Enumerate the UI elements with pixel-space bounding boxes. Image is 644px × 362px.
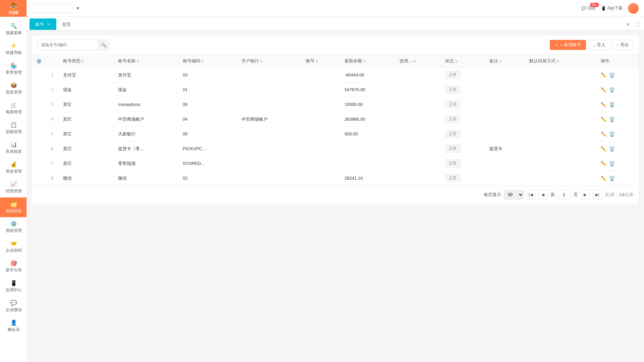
- header-dropdown[interactable]: ▼: [76, 6, 80, 11]
- message-badge: 99+: [590, 3, 599, 7]
- col-header-status[interactable]: 状态⇅: [441, 55, 485, 68]
- sidebar-item-new-guide[interactable]: 🎯新手引导: [0, 257, 26, 277]
- sidebar-item-purchase[interactable]: 📋采购管理: [0, 118, 26, 138]
- message-button[interactable]: 💬 消息 99+: [581, 5, 596, 11]
- cell-status: 正常: [441, 112, 485, 127]
- delete-icon[interactable]: 🗑️: [609, 176, 615, 181]
- app-download-button[interactable]: 📱 App下载: [601, 5, 623, 11]
- action-icons: ✏️ 🗑️: [601, 87, 635, 93]
- col-header-account[interactable]: 账号⇅: [302, 55, 340, 68]
- edit-icon[interactable]: ✏️: [601, 117, 606, 122]
- basic-info-icon: 🗂️: [10, 201, 17, 207]
- enterprise-wechat-icon: 💬: [10, 300, 17, 306]
- cell-balance: 500.00: [340, 127, 395, 141]
- sidebar-item-enterprise-wechat[interactable]: 💬企业微信: [0, 296, 26, 316]
- sidebar-item-system[interactable]: ⚙️系统管理: [0, 217, 26, 237]
- col-header-code[interactable]: 账号编码⇅: [179, 55, 237, 68]
- edit-icon[interactable]: ✏️: [601, 176, 606, 181]
- col-header-type[interactable]: 账号类型⇅: [59, 55, 114, 68]
- cell-account: [302, 141, 340, 156]
- delete-icon[interactable]: 🗑️: [609, 131, 615, 137]
- sidebar-label-ecommerce: 电商管理: [6, 109, 22, 115]
- sidebar-label-enterprise-agreement: 企业协同: [6, 248, 22, 253]
- cell-balance: 28241.10: [340, 171, 395, 186]
- col-header-bank[interactable]: 开户银行⇅: [237, 55, 302, 68]
- header-search-input[interactable]: [32, 4, 72, 13]
- delete-icon[interactable]: 🗑️: [609, 161, 615, 166]
- tab-account[interactable]: 账号✕: [30, 18, 56, 30]
- cell-code: 01: [179, 82, 237, 97]
- maximize-tab-button[interactable]: ⛶: [633, 20, 641, 28]
- settings-icon[interactable]: ⚙️: [36, 59, 42, 64]
- status-badge: 正常: [445, 101, 461, 108]
- pagination-bar: 每页显示 2050100 |◀ ◀ 第 页 ▶ ▶| 共1页，8条记录: [32, 186, 639, 203]
- edit-icon[interactable]: ✏️: [601, 102, 606, 107]
- sidebar-label-search: 搜索菜单: [6, 30, 22, 36]
- add-account-button[interactable]: ＋ + 新增账号: [550, 40, 586, 50]
- sidebar-item-quick-nav[interactable]: ⚡快捷导航: [0, 39, 26, 59]
- sidebar-label-retail: 零售管理: [6, 70, 22, 75]
- page-input[interactable]: [557, 190, 571, 199]
- cell-status: 正常: [441, 82, 485, 97]
- tab-home[interactable]: 首页: [56, 18, 76, 30]
- cell-type: 支付宝: [59, 68, 114, 82]
- delete-icon[interactable]: 🗑️: [609, 87, 615, 93]
- sidebar-item-finance[interactable]: 💰资金管理: [0, 158, 26, 178]
- edit-icon[interactable]: ✏️: [601, 72, 606, 78]
- col-header-default_settlement[interactable]: 默认结算方式⇅: [525, 55, 597, 68]
- cell-default_settlement: [525, 82, 597, 97]
- sidebar-item-basic-info[interactable]: 🗂️基础信息: [0, 197, 26, 217]
- sidebar-item-search[interactable]: 🔍搜索菜单: [0, 19, 26, 39]
- cell-name: 零售抵现: [114, 156, 179, 171]
- table-search-input[interactable]: [38, 40, 98, 50]
- sort-icon-notes: ⇅: [499, 59, 502, 63]
- sidebar-item-app-center[interactable]: 📱应用中心: [0, 277, 26, 296]
- cell-default_settlement: [525, 141, 597, 156]
- page-size-select[interactable]: 2050100: [504, 190, 524, 199]
- delete-icon[interactable]: 🗑️: [609, 72, 615, 78]
- delete-icon[interactable]: 🗑️: [609, 117, 615, 122]
- edit-icon[interactable]: ✏️: [601, 146, 606, 152]
- first-page-button[interactable]: |◀: [526, 190, 536, 199]
- import-button[interactable]: ↓ 导入: [589, 40, 610, 50]
- cell-bank: [237, 97, 302, 112]
- delete-icon[interactable]: 🗑️: [609, 102, 615, 107]
- action-icons: ✏️ 🗑️: [601, 72, 635, 78]
- cell-actions: ✏️ 🗑️: [597, 112, 639, 127]
- close-tab-button[interactable]: ✕: [624, 20, 632, 28]
- prev-page-button[interactable]: ◀: [538, 190, 548, 199]
- export-button[interactable]: ↑ 导出: [612, 40, 634, 50]
- sidebar-item-retail[interactable]: 🏪零售管理: [0, 59, 26, 79]
- edit-icon[interactable]: ✏️: [601, 87, 606, 93]
- next-page-button[interactable]: ▶: [581, 190, 590, 199]
- logo-text: 乐进版: [8, 10, 18, 15]
- cell-code: 03: [179, 68, 237, 82]
- col-header-balance[interactable]: 最新余额⇅: [340, 55, 395, 68]
- enterprise-agreement-icon: 🤝: [10, 240, 17, 247]
- sidebar-item-inventory[interactable]: 📊库存核算: [0, 138, 26, 158]
- sidebar-label-purchase: 采购管理: [6, 129, 22, 135]
- col-header-notes[interactable]: 备注⇅: [485, 55, 525, 68]
- table-row: 5其它大新银行05500.00正常 ✏️ 🗑️: [32, 127, 639, 141]
- table-row: 2现金现金01547670.00正常 ✏️ 🗑️: [32, 82, 639, 97]
- sidebar-item-operations[interactable]: 📈经营管理: [0, 178, 26, 197]
- sidebar-item-enterprise-agreement[interactable]: 🤝企业协同: [0, 237, 26, 257]
- cell-bank: 中百商场账户: [237, 112, 302, 127]
- tab-close-account[interactable]: ✕: [46, 22, 51, 27]
- last-page-button[interactable]: ▶|: [593, 190, 602, 199]
- sidebar-item-member[interactable]: 👤畅会员: [0, 316, 26, 336]
- col-header-usage[interactable]: 使用...⇅: [395, 55, 441, 68]
- edit-icon[interactable]: ✏️: [601, 131, 606, 137]
- search-button[interactable]: 🔍: [98, 40, 109, 50]
- col-header-name[interactable]: 账号名称⇅: [114, 55, 179, 68]
- sidebar-item-ecommerce[interactable]: 🛒电商管理: [0, 99, 26, 118]
- cell-balance: 547670.00: [340, 82, 395, 97]
- sidebar-item-wholesale[interactable]: 📦批发管理: [0, 79, 26, 99]
- cell-code: PICKUPC...: [179, 141, 237, 156]
- edit-icon[interactable]: ✏️: [601, 161, 606, 166]
- cell-actions: ✏️ 🗑️: [597, 68, 639, 82]
- cell-usage: [395, 127, 441, 141]
- user-avatar[interactable]: [628, 3, 639, 14]
- cell-name: 提货卡（零...: [114, 141, 179, 156]
- delete-icon[interactable]: 🗑️: [609, 146, 615, 152]
